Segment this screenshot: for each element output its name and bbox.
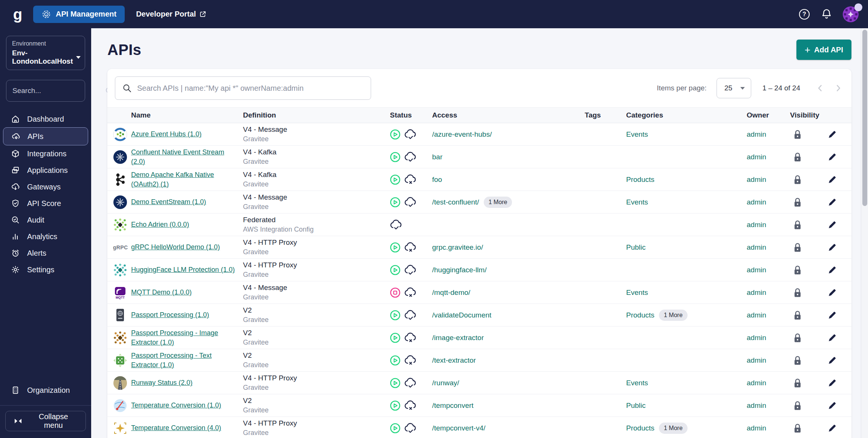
chevron-down-icon [76, 56, 81, 59]
access-path: /image-extractor [432, 334, 484, 342]
environment-label: Environment [12, 40, 79, 47]
sidebar-item-settings[interactable]: Settings [0, 261, 91, 278]
status-cell [390, 282, 432, 303]
edit-api-button[interactable] [828, 237, 846, 258]
edit-api-button[interactable] [828, 169, 846, 190]
categories-cell: Events [626, 282, 747, 303]
api-name-link[interactable]: Demo Apache Kafka Native (OAuth2) (1) [131, 170, 243, 189]
sidebar-item-gateways[interactable]: Gateways [0, 179, 91, 195]
table-row[interactable]: Demo EventStream (1.0)V4 - MessageGravit… [107, 191, 851, 214]
api-name-link[interactable]: gRPC HelloWorld Demo (1.0) [131, 243, 225, 252]
category-label: Products [626, 176, 654, 184]
edit-api-button[interactable] [828, 214, 846, 235]
scrollbar-track[interactable] [861, 28, 868, 438]
api-name-link[interactable]: Echo Adrien (0.0.0) [131, 220, 194, 229]
bell-icon[interactable] [821, 8, 833, 21]
api-name-link[interactable]: Passport Processing - Image Extractor (1… [131, 328, 243, 347]
collapse-menu-button[interactable]: Collapse menu [5, 411, 86, 431]
sidebar-search[interactable] [6, 80, 85, 102]
api-name-link[interactable]: MQTT Demo (1.0.0) [131, 288, 197, 297]
table-row[interactable]: Runway Status (2.0)V4 - HTTP ProxyGravit… [107, 372, 851, 394]
column-header-definition: Definition [243, 111, 390, 119]
api-name-link[interactable]: Temperature Conversion (1.0) [131, 401, 226, 410]
column-header-owner: Owner [747, 111, 790, 119]
private-lock-icon [790, 214, 828, 235]
sidebar-item-apis[interactable]: APIs [3, 127, 88, 145]
user-avatar[interactable] [842, 6, 859, 23]
category-more-chip[interactable]: 1 More [659, 423, 688, 434]
table-row[interactable]: Demo Apache Kafka Native (OAuth2) (1)V4 … [107, 168, 851, 191]
edit-api-button[interactable] [828, 282, 846, 303]
access-more-chip[interactable]: 1 More [484, 197, 512, 208]
sidebar-item-organization[interactable]: Organization [0, 380, 91, 400]
access-path: grpc.gravitee.io/ [432, 243, 483, 252]
access-cell: /text-extractor [432, 350, 585, 371]
table-row[interactable]: gRPCgRPC HelloWorld Demo (1.0)V4 - HTTP … [107, 236, 851, 259]
tags-cell [585, 124, 626, 145]
api-name-link[interactable]: Runway Status (2.0) [131, 378, 198, 387]
edit-api-button[interactable] [828, 327, 846, 348]
started-status-icon [390, 378, 400, 388]
image-extractor-icon [113, 327, 131, 348]
api-search-box[interactable] [115, 76, 371, 100]
kafka-icon [113, 169, 131, 190]
edit-api-button[interactable] [828, 418, 846, 438]
box-icon [11, 149, 20, 158]
sidebar-item-dashboard[interactable]: Dashboard [0, 111, 91, 127]
gravitee-logo: g [9, 7, 26, 22]
definition-origin: Gravitee [243, 316, 269, 324]
table-row[interactable]: Temperature Conversion (4.0)V4 - HTTP Pr… [107, 417, 851, 438]
add-api-button[interactable]: + Add API [796, 40, 851, 60]
table-row[interactable]: HuggingFace LLM Protection (1.0)V4 - HTT… [107, 259, 851, 281]
owner-label: admin [747, 418, 790, 438]
edit-api-button[interactable] [828, 350, 846, 371]
table-row[interactable]: Temperature Conversion (1.0)V2Gravitee/t… [107, 394, 851, 417]
synced-cloud-check-icon [404, 197, 417, 208]
edit-api-button[interactable] [828, 395, 846, 416]
edit-api-button[interactable] [828, 305, 846, 326]
edit-api-button[interactable] [828, 147, 846, 168]
definition-type: V4 - HTTP Proxy [243, 374, 297, 382]
table-row[interactable]: Passport Processing - Text Extractor (1.… [107, 349, 851, 372]
environment-selector[interactable]: Environment Env-LondonLocalHost [6, 36, 85, 70]
started-status-icon [390, 265, 400, 275]
category-more-chip[interactable]: 1 More [659, 310, 688, 321]
api-name-link[interactable]: Passport Processing - Text Extractor (1.… [131, 351, 243, 369]
api-name-link[interactable]: Confluent Native Event Stream (2.0) [131, 148, 243, 166]
help-icon[interactable]: ? [798, 8, 811, 21]
edit-api-button[interactable] [828, 259, 846, 281]
scrollbar-thumb[interactable] [862, 30, 867, 206]
sidebar-item-alerts[interactable]: Alerts [0, 245, 91, 261]
api-name-link[interactable]: Azure Event Hubs (1.0) [131, 130, 207, 139]
table-row[interactable]: Passport Processing - Image Extractor (1… [107, 327, 851, 349]
table-row[interactable]: Echo Adrien (0.0.0)FederatedAWS Integrat… [107, 214, 851, 236]
sidebar-item-integrations[interactable]: Integrations [0, 145, 91, 162]
out-of-sync-cloud-x-icon [404, 287, 417, 298]
edit-api-button[interactable] [828, 124, 846, 145]
previous-page-button[interactable] [815, 83, 825, 93]
sidebar-item-analytics[interactable]: Analytics [0, 228, 91, 245]
edit-api-button[interactable] [828, 192, 846, 213]
sidebar-item-audit[interactable]: Audit [0, 212, 91, 228]
access-cell: /validateDocument [432, 305, 585, 326]
api-search-input[interactable] [137, 84, 364, 93]
started-status-icon [390, 310, 400, 320]
api-name-link[interactable]: HuggingFace LLM Protection (1.0) [131, 265, 240, 274]
edit-api-button[interactable] [828, 372, 846, 394]
next-page-button[interactable] [833, 83, 843, 93]
table-row[interactable]: Azure Event Hubs (1.0)V4 - MessageGravit… [107, 123, 851, 146]
sidebar-item-applications[interactable]: Applications [0, 162, 91, 179]
category-label: Public [626, 243, 646, 252]
developer-portal-link[interactable]: Developer Portal [136, 10, 206, 18]
api-name-link[interactable]: Temperature Conversion (4.0) [131, 423, 226, 432]
api-name-link[interactable]: Passport Processing (1.0) [131, 310, 214, 319]
table-row[interactable]: MQTTMQTT Demo (1.0.0)V4 - MessageGravite… [107, 281, 851, 304]
api-name-link[interactable]: Demo EventStream (1.0) [131, 197, 211, 206]
api-management-button[interactable]: API Management [33, 6, 125, 23]
tags-cell [585, 192, 626, 213]
status-cell [390, 147, 432, 168]
table-row[interactable]: Confluent Native Event Stream (2.0)V4 - … [107, 146, 851, 168]
table-row[interactable]: Passport Processing (1.0)V2Gravitee/vali… [107, 304, 851, 327]
items-per-page-select[interactable]: 25 [717, 78, 751, 98]
sidebar-item-api-score[interactable]: API Score [0, 195, 91, 212]
